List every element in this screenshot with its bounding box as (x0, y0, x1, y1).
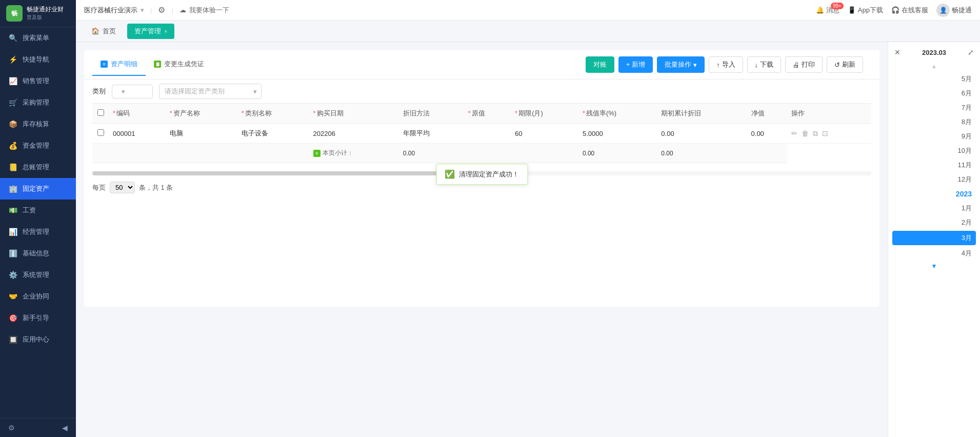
scroll-down-btn[interactable]: ▼ (888, 261, 980, 272)
col-period: *期限(月) (511, 104, 578, 124)
subtotal-empty4 (237, 144, 309, 163)
header-checkbox-cell (92, 104, 109, 124)
sidebar-item-quicknav[interactable]: ⚡ 快捷导航 (0, 49, 76, 70)
settings-icon[interactable]: ⚙ (8, 424, 15, 432)
guide-icon: 🎯 (8, 314, 17, 322)
action-icons: ✏ 🗑 ⧉ ⊡ (791, 129, 867, 138)
sidebar-item-fixed-assets[interactable]: 🏢 固定资产 (0, 178, 76, 200)
print-btn[interactable]: 🖨 打印 (785, 56, 823, 73)
experience-label: 我要体验一下 (189, 6, 229, 15)
collapse-icon[interactable]: ◀ (62, 424, 68, 432)
sidebar-item-label: 基础信息 (23, 249, 49, 258)
month-jan[interactable]: 1月 (888, 201, 980, 215)
col-initial: 期初累计折旧 (657, 104, 747, 124)
month-jun[interactable]: 6月 (888, 86, 980, 101)
subtotal-empty5 (464, 144, 511, 163)
month-oct[interactable]: 10月 (888, 144, 980, 158)
user-menu[interactable]: 👤 畅捷通 (936, 4, 972, 17)
fixed-asset-category-select[interactable]: 请选择固定资产类别 ▾ (159, 84, 262, 99)
sidebar-item-apps[interactable]: 🔲 应用中心 (0, 329, 76, 350)
panel-close-icon[interactable]: ✕ (894, 48, 901, 56)
sidebar-item-basic-info[interactable]: ℹ️ 基础信息 (0, 243, 76, 264)
app-name: 畅捷通好业财 (27, 6, 64, 14)
sidebar-item-funds[interactable]: 💰 资金管理 (0, 135, 76, 156)
sidebar-item-label: 资金管理 (23, 141, 49, 150)
edit-icon[interactable]: ✏ (791, 129, 797, 138)
subtotal-row: ≡ 本页小计： 0.00 0.00 0.00 (92, 144, 871, 163)
month-nov[interactable]: 11月 (888, 158, 980, 172)
logo-icon: 畅 (6, 5, 23, 22)
tab-home[interactable]: 🏠 首页 (84, 24, 123, 39)
scrollbar-thumb (92, 171, 443, 175)
subtab-asset-list-label: 资产明细 (111, 59, 137, 69)
sidebar-item-ledger[interactable]: 📒 总账管理 (0, 156, 76, 178)
tab-asset-mgmt-label: 资产管理 (134, 27, 161, 36)
cell-depreciation: 年限平均 (399, 124, 464, 144)
sidebar-item-payroll[interactable]: 💵 工资 (0, 200, 76, 221)
category-label: 类别 (92, 87, 106, 96)
app-download-btn[interactable]: 📱 App下载 (848, 6, 883, 15)
tab-asset-mgmt[interactable]: 资产管理 × (127, 24, 174, 39)
scroll-up-btn[interactable]: ▲ (888, 61, 980, 72)
copy-icon[interactable]: ⧉ (813, 129, 818, 138)
sidebar: 畅 畅捷通好业财 普及版 🔍 搜索菜单 ⚡ 快捷导航 📈 销售管理 🛒 采购管理… (0, 0, 76, 437)
account-btn[interactable]: 对账 (586, 56, 614, 73)
month-jul[interactable]: 7月 (888, 101, 980, 115)
year-panel-header: ✕ 2023.03 ⤢ (888, 46, 980, 61)
sidebar-item-search[interactable]: 🔍 搜索菜单 (0, 27, 76, 49)
month-dec[interactable]: 12月 (888, 172, 980, 187)
online-service-btn[interactable]: 🎧 在线客服 (891, 6, 928, 15)
topbar-settings-icon[interactable]: ⚙ (158, 5, 165, 15)
new-btn[interactable]: + 新增 (618, 56, 653, 73)
month-apr[interactable]: 4月 (888, 246, 980, 261)
tabbar: 🏠 首页 资产管理 × (76, 21, 980, 42)
sidebar-item-enterprise[interactable]: 🤝 企业协同 (0, 286, 76, 307)
month-feb[interactable]: 2月 (888, 215, 980, 230)
year-month-panel: ✕ 2023.03 ⤢ ▲ 5月 6月 7月 8月 9月 10月 11月 12月… (888, 42, 980, 437)
sidebar-item-label: 工资 (23, 206, 36, 215)
table-row: 000001 电脑 电子设备 202206 年限平均 60 5.0000 0.0… (92, 124, 871, 144)
mobile-icon: 📱 (848, 6, 856, 14)
sidebar-item-sales[interactable]: 📈 销售管理 (0, 70, 76, 92)
tab-close-icon[interactable]: × (164, 28, 167, 34)
month-may[interactable]: 5月 (888, 72, 980, 86)
sidebar-item-system[interactable]: ⚙️ 系统管理 (0, 264, 76, 286)
quicknav-icon: ⚡ (8, 55, 17, 64)
row-checkbox[interactable] (97, 129, 104, 136)
month-aug[interactable]: 8月 (888, 115, 980, 129)
cell-residual: 5.0000 (578, 124, 657, 144)
logo-text-group: 畅捷通好业财 普及版 (27, 6, 64, 21)
sidebar-item-guide[interactable]: 🎯 新手引导 (0, 307, 76, 329)
sidebar-item-operations[interactable]: 📊 经营管理 (0, 221, 76, 243)
export-btn[interactable]: ↑ 导入 (709, 56, 743, 73)
subtab-asset-list[interactable]: ≡ 资产明细 (92, 53, 146, 76)
sidebar-item-purchase[interactable]: 🛒 采购管理 (0, 92, 76, 113)
main-card: ≡ 资产明细 📋 变更生成凭证 对账 + 新增 批量操作 ▾ (84, 50, 879, 307)
sidebar-item-label: 应用中心 (23, 335, 49, 344)
subtab-bar: ≡ 资产明细 📋 变更生成凭证 对账 + 新增 批量操作 ▾ (84, 50, 879, 80)
download-btn[interactable]: ↓ 下载 (747, 56, 782, 73)
company-selector[interactable]: 医疗器械行业演示 ▾ (84, 6, 144, 15)
per-page-select[interactable]: 50 (110, 182, 135, 193)
apps-icon: 🔲 (8, 335, 17, 344)
subtotal-empty6 (511, 144, 578, 163)
delete-icon[interactable]: 🗑 (802, 129, 809, 138)
col-residual: *残值率(%) (578, 104, 657, 124)
subtab-voucher-gen[interactable]: 📋 变更生成凭证 (146, 53, 212, 76)
refresh-icon: ↺ (834, 61, 840, 69)
experience-btn[interactable]: ☁ 我要体验一下 (179, 6, 229, 15)
month-mar[interactable]: 3月 (892, 231, 976, 245)
select-all-checkbox[interactable] (97, 109, 104, 116)
notification-btn[interactable]: 🔔 消息 99+ (816, 6, 839, 15)
month-sep[interactable]: 9月 (888, 129, 980, 144)
batch-btn[interactable]: 批量操作 ▾ (657, 56, 705, 73)
sidebar-item-inventory[interactable]: 📦 库存核算 (0, 113, 76, 135)
year-2023[interactable]: 2023 (888, 187, 980, 201)
category-select[interactable]: ▾ (112, 85, 153, 98)
avatar: 👤 (936, 4, 950, 17)
col-code: *编码 (109, 104, 166, 124)
topbar-right: 🔔 消息 99+ 📱 App下载 🎧 在线客服 👤 畅捷通 (816, 4, 972, 17)
refresh-btn[interactable]: ↺ 刷新 (827, 56, 863, 73)
more-icon[interactable]: ⊡ (822, 129, 828, 138)
panel-expand-icon[interactable]: ⤢ (968, 48, 974, 56)
